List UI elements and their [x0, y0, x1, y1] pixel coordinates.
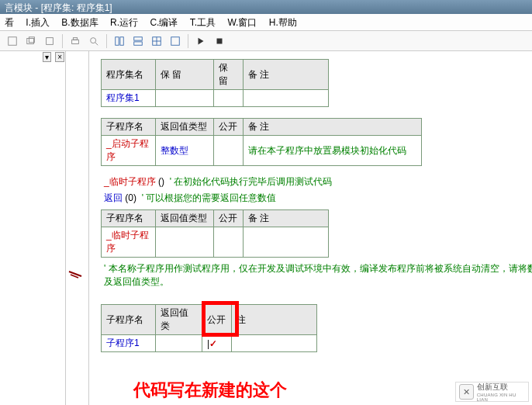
svg-rect-4 [72, 40, 79, 43]
tool-btn-3[interactable] [42, 33, 57, 49]
reserved2-cell[interactable] [214, 90, 244, 107]
svg-rect-5 [73, 37, 77, 40]
toolbar-sep-2 [106, 34, 107, 48]
menu-help[interactable]: H.帮助 [264, 16, 302, 29]
menu-tool[interactable]: T.工具 [185, 16, 220, 29]
titlebar: 言模块 - [程序集: 程序集1] [0, 0, 532, 14]
temp-sub-comment: ' 本名称子程序用作测试程序用，仅在开发及调试环境中有效，编译发布程序前将被系统… [104, 262, 532, 289]
watermark-sub: CHUANG XIN HU LIAN [477, 393, 525, 402]
th-sub-name4: 子程序名 [102, 305, 156, 335]
th-pub2: 公开 [214, 119, 244, 136]
startup-name-cell[interactable]: _启动子程序 [102, 136, 156, 166]
code-line-2[interactable]: 返回 (0) ' 可以根据您的需要返回任意数值 [104, 192, 520, 205]
new-sub-ret-cell[interactable] [156, 335, 202, 352]
svg-rect-0 [9, 36, 17, 45]
assembly-table: 程序集名 保 留 保 留 备 注 程序集1 [101, 59, 329, 107]
toolbar-sep-1 [62, 34, 63, 48]
menu-view[interactable]: 看 [0, 16, 19, 29]
th-note2: 备 注 [244, 119, 422, 136]
svg-rect-8 [116, 36, 119, 45]
side-close-icon[interactable]: × [55, 52, 64, 62]
svg-rect-17 [217, 38, 223, 43]
tool-preview-icon[interactable] [86, 33, 102, 49]
new-sub-note-cell[interactable] [232, 335, 317, 352]
th-sub-name2: 子程序名 [102, 119, 156, 136]
tool-layout-3-icon[interactable] [149, 33, 164, 49]
new-sub-name-cell[interactable]: 子程序1 [102, 335, 156, 352]
note1-cell[interactable] [244, 90, 329, 107]
temp-name-cell[interactable]: _临时子程序 [102, 227, 156, 258]
th-assembly-name: 程序集名 [102, 60, 156, 90]
toolbar [0, 31, 532, 51]
th-pub4: 公开 [202, 305, 232, 335]
new-sub-pub-cell[interactable]: |✓ [202, 335, 232, 352]
th-sub-name3: 子程序名 [102, 210, 156, 227]
menu-database[interactable]: B.数据库 [57, 16, 102, 29]
svg-line-18 [69, 272, 81, 276]
tool-stop-icon[interactable] [212, 33, 227, 49]
svg-rect-1 [27, 38, 34, 43]
tool-layout-4-icon[interactable] [168, 33, 183, 49]
tool-btn-1[interactable] [5, 33, 20, 49]
menu-insert[interactable]: I.插入 [21, 16, 54, 29]
svg-rect-11 [134, 41, 143, 44]
toolbar-sep-3 [188, 34, 188, 48]
temp-sub-table: 子程序名 返回值类型 公开 备 注 _临时子程序 [101, 209, 329, 258]
menubar: 看 I.插入 B.数据库 R.运行 C.编译 T.工具 W.窗口 H.帮助 [0, 14, 532, 31]
code-content: 程序集名 保 留 保 留 备 注 程序集1 子程序名 返回值类型 公开 备 注 [89, 51, 532, 405]
startup-ret-cell[interactable]: 整数型 [156, 136, 214, 166]
startup-sub-table: 子程序名 返回值类型 公开 备 注 _启动子程序 整数型 请在本子程序中放置易模… [101, 118, 422, 166]
startup-pub-cell[interactable] [214, 136, 244, 166]
watermark: ✕ 创新互联 CHUANG XIN HU LIAN [455, 382, 529, 402]
svg-marker-16 [199, 37, 204, 44]
th-reserved1: 保 留 [156, 60, 214, 90]
temp-pub-cell[interactable] [214, 227, 244, 258]
svg-point-6 [91, 37, 96, 43]
menu-compile[interactable]: C.编译 [145, 16, 182, 29]
th-ret2: 返回值类型 [156, 119, 214, 136]
th-reserved2: 保 留 [214, 60, 244, 90]
th-ret3: 返回值类型 [156, 210, 214, 227]
reserved1-cell[interactable] [156, 90, 214, 107]
svg-line-7 [95, 42, 98, 45]
th-pub3: 公开 [214, 210, 244, 227]
side-dropdown-icon[interactable]: ▾ [43, 52, 51, 62]
menu-window[interactable]: W.窗口 [223, 16, 261, 29]
watermark-logo-icon: ✕ [459, 384, 474, 400]
menu-run[interactable]: R.运行 [105, 16, 143, 29]
temp-ret-cell[interactable] [156, 227, 214, 258]
watermark-brand: 创新互联 [477, 382, 525, 393]
tool-layout-2-icon[interactable] [130, 33, 146, 49]
svg-rect-10 [134, 36, 143, 40]
new-sub-table: 子程序名 返回值类 公开 注 子程序1 |✓ [101, 304, 317, 352]
tool-print-icon[interactable] [67, 33, 83, 49]
temp-note-cell[interactable] [244, 227, 329, 258]
marker-icon [67, 268, 85, 279]
assembly-name-cell[interactable]: 程序集1 [102, 90, 156, 107]
code-line-1[interactable]: _临时子程序 () ' 在初始化代码执行完毕后调用测试代码 [104, 175, 520, 189]
th-note4: 注 [232, 305, 317, 335]
th-ret4: 返回值类 [156, 305, 202, 335]
tool-btn-2[interactable] [23, 33, 39, 49]
check-icon: ✓ [209, 338, 217, 349]
th-note3: 备 注 [244, 210, 329, 227]
main-area: ▾ × 程序集名 保 留 保 留 备 注 程序集1 [0, 51, 532, 405]
tool-layout-1-icon[interactable] [112, 33, 127, 49]
svg-rect-9 [120, 36, 123, 45]
gutter [66, 51, 89, 405]
side-panel: ▾ × [0, 51, 66, 405]
th-note1: 备 注 [244, 60, 329, 90]
tool-run-icon[interactable] [193, 33, 209, 49]
svg-rect-15 [171, 36, 180, 45]
svg-rect-3 [47, 37, 54, 44]
startup-note-cell[interactable]: 请在本子程序中放置易模块初始化代码 [244, 136, 422, 166]
